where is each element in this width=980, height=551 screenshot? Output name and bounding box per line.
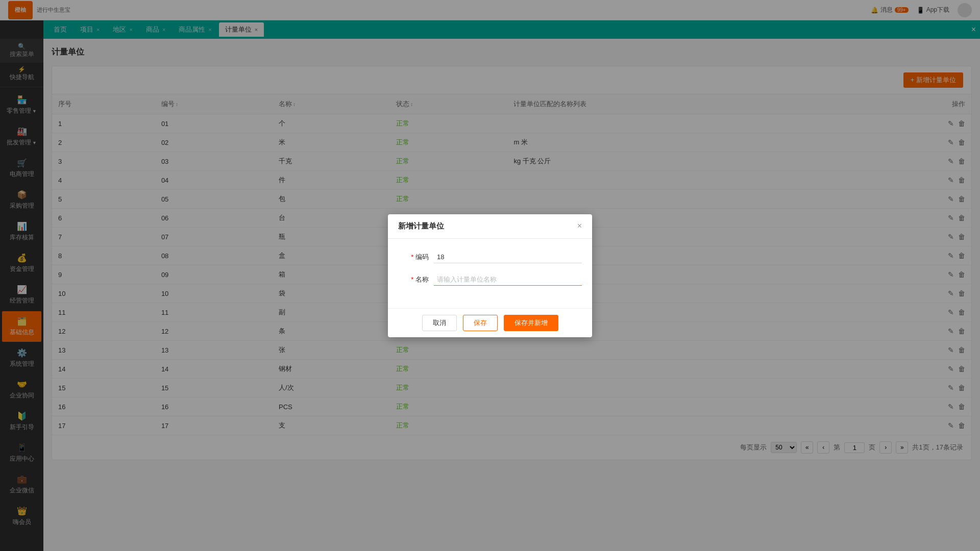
modal-body: 编码 名称 (388, 239, 592, 308)
save-button[interactable]: 保存 (463, 315, 498, 331)
name-label: 名称 (398, 275, 429, 284)
modal-header: 新增计量单位 × (388, 214, 592, 239)
modal-title: 新增计量单位 (398, 221, 444, 231)
modal-overlay[interactable]: 新增计量单位 × 编码 名称 取消 保存 保存并新增 (0, 0, 980, 551)
save-and-new-button[interactable]: 保存并新增 (504, 315, 558, 331)
modal-footer: 取消 保存 保存并新增 (388, 308, 592, 337)
form-row-name: 名称 (398, 273, 582, 286)
code-input[interactable] (434, 251, 582, 263)
code-label: 编码 (398, 253, 429, 262)
cancel-button[interactable]: 取消 (422, 315, 457, 331)
modal-add-unit: 新增计量单位 × 编码 名称 取消 保存 保存并新增 (388, 214, 592, 337)
name-input[interactable] (434, 273, 582, 286)
modal-close-button[interactable]: × (577, 221, 582, 231)
form-row-code: 编码 (398, 251, 582, 263)
